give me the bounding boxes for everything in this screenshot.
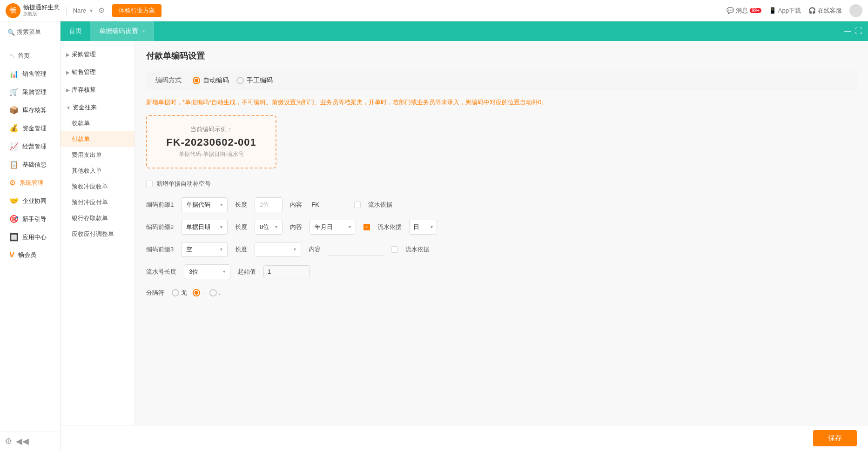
sidebar-collapse-icon[interactable]: ◀◀ <box>16 436 29 446</box>
sidebar-item-member[interactable]: V 畅会员 <box>2 246 58 264</box>
length3-input[interactable]: ▾ <box>255 242 301 257</box>
content1-input[interactable] <box>310 198 347 211</box>
sub-item-ar-ap-adj[interactable]: 应收应付调整单 <box>61 226 135 242</box>
sidebar-item-member-label: 畅会员 <box>18 251 36 259</box>
content-area: 首页 单据编码设置 × — ⛶ ▶ 采购管理 <box>61 21 868 451</box>
sep-dot-option[interactable]: . <box>209 289 221 296</box>
service-label: 在线客服 <box>818 7 842 15</box>
content3-input[interactable] <box>328 243 384 256</box>
prefix1-select[interactable]: 单据代码 ▾ <box>181 197 228 212</box>
auto-fill-label: 新增单据自动补空号 <box>156 180 211 188</box>
sub-group-sales-label: 销售管理 <box>72 68 96 76</box>
purchase-icon: 🛒 <box>9 88 19 96</box>
service-button[interactable]: 🎧 在线客服 <box>808 7 842 15</box>
separator-label: 分隔符 <box>146 289 164 297</box>
sub-item-other-income[interactable]: 其他收入单 <box>61 163 135 179</box>
separator-line: | <box>65 6 67 15</box>
tab-home[interactable]: 首页 <box>61 21 91 41</box>
sidebar-item-home[interactable]: ⌂ 首页 <box>2 47 58 65</box>
prefix1-arrow-icon: ▾ <box>220 202 222 207</box>
stream2-day-select[interactable]: 日 ▾ <box>409 220 437 235</box>
company-dropdown-icon[interactable]: ▾ <box>90 7 93 14</box>
prefix3-select[interactable]: 空 ▾ <box>181 242 228 257</box>
user-avatar[interactable] <box>849 4 862 17</box>
sidebar-item-system[interactable]: ⚙ 系统管理 <box>2 174 58 192</box>
sidebar-item-operations[interactable]: 📈 经营管理 <box>2 137 58 155</box>
sep-dash-option[interactable]: - <box>193 289 204 296</box>
search-menu-button[interactable]: 🔍 搜索菜单 <box>4 26 56 38</box>
sub-group-purchase-title[interactable]: ▶ 采购管理 <box>61 47 135 62</box>
sidebar-bottom: ⚙ ◀◀ <box>0 431 60 451</box>
sub-group-inventory-title[interactable]: ▶ 库存核算 <box>61 82 135 98</box>
inner-layout: ▶ 采购管理 ▶ 销售管理 ▶ 库存核算 <box>61 41 868 425</box>
length1-input[interactable]: 2位 <box>255 197 283 212</box>
sidebar-item-inventory[interactable]: 📦 库存核算 <box>2 101 58 119</box>
page-title: 付款单编码设置 <box>146 50 857 61</box>
message-badge: 99+ <box>750 8 761 13</box>
sub-group-capital-label: 资金往来 <box>73 103 97 112</box>
sub-item-expense[interactable]: 费用支出单 <box>61 147 135 163</box>
save-button[interactable]: 保存 <box>813 430 857 446</box>
auto-fill-checkbox[interactable] <box>146 181 153 187</box>
sidebar-item-enterprise[interactable]: 🤝 企业协同 <box>2 192 58 210</box>
sidebar-item-finance[interactable]: 💰 资金管理 <box>2 119 58 137</box>
content2-select[interactable]: 年月日 ▾ <box>310 220 356 235</box>
sidebar-item-purchase[interactable]: 🛒 采购管理 <box>2 83 58 101</box>
sub-item-receipt[interactable]: 收款单 <box>61 115 135 131</box>
content2-arrow-icon: ▾ <box>349 224 351 229</box>
stream2-checkbox[interactable] <box>363 224 370 230</box>
stream1-checkbox[interactable] <box>354 202 361 208</box>
auto-fill-row: 新增单据自动补空号 <box>146 180 857 188</box>
prefix3-label: 编码前缀3 <box>146 245 174 254</box>
settings-icon[interactable]: ⚙ <box>98 6 105 15</box>
message-icon: 💬 <box>727 7 734 14</box>
sep-none-option[interactable]: 无 <box>172 289 187 297</box>
auto-encode-radio[interactable] <box>193 77 200 84</box>
sidebar-item-sales[interactable]: 📊 销售管理 <box>2 65 58 83</box>
form-row-prefix1: 编码前缀1 单据代码 ▾ 长度 2位 内容 流水依据 <box>146 197 857 212</box>
sep-none-radio[interactable] <box>172 289 179 296</box>
trial-button[interactable]: 体验行业方案 <box>112 4 161 17</box>
prefix3-value: 空 <box>186 245 192 254</box>
tab-encoding-settings[interactable]: 单据编码设置 × <box>91 21 154 41</box>
sidebar-item-sales-label: 销售管理 <box>22 70 47 78</box>
tab-close-icon[interactable]: × <box>142 28 145 34</box>
length2-input[interactable]: 8位 ▾ <box>255 220 283 235</box>
operations-icon: 📈 <box>9 142 19 151</box>
basics-icon: 📋 <box>9 160 19 169</box>
tab-encoding-label: 单据编码设置 <box>99 27 138 35</box>
sub-item-prepay-recv[interactable]: 预收冲应收单 <box>61 179 135 195</box>
encoding-method-row: 编码方式 自动编码 手工编码 <box>146 71 857 90</box>
sidebar-item-newbie[interactable]: 🎯 新手引导 <box>2 210 58 228</box>
newbie-icon: 🎯 <box>9 215 19 223</box>
sidebar-settings-icon[interactable]: ⚙ <box>5 436 12 446</box>
length1-value: 2位 <box>260 201 269 209</box>
message-button[interactable]: 💬 消息 99+ <box>727 7 761 15</box>
sidebar-item-basics[interactable]: 📋 基础信息 <box>2 155 58 174</box>
sidebar-search: 🔍 搜索菜单 <box>0 21 60 43</box>
stream2-label: 流水依据 <box>377 223 402 231</box>
sub-group-sales-title[interactable]: ▶ 销售管理 <box>61 64 135 80</box>
tab-maximize-icon[interactable]: ⛶ <box>855 27 862 35</box>
start-value-input[interactable] <box>263 265 310 278</box>
sub-item-payment[interactable]: 付款单 <box>61 131 135 147</box>
sep-dash-radio[interactable] <box>193 289 200 296</box>
sub-item-prepay-pay[interactable]: 预付冲应付单 <box>61 195 135 210</box>
sub-item-receipt-label: 收款单 <box>72 120 90 127</box>
form-row-prefix2: 编码前缀2 单据日期 ▾ 长度 8位 ▾ 内容 年月日 <box>146 220 857 235</box>
manual-encode-radio[interactable] <box>236 77 244 84</box>
serial-length-select[interactable]: 3位 ▾ <box>184 264 230 279</box>
prefix2-select[interactable]: 单据日期 ▾ <box>181 220 228 235</box>
stream3-checkbox[interactable] <box>391 246 398 253</box>
sub-item-bank-deposit[interactable]: 银行存取款单 <box>61 210 135 226</box>
sidebar-item-apps[interactable]: 🔲 应用中心 <box>2 228 58 246</box>
manual-encode-option[interactable]: 手工编码 <box>236 76 273 85</box>
auto-encode-option[interactable]: 自动编码 <box>193 76 229 85</box>
encoding-radio-group: 自动编码 手工编码 <box>193 76 273 85</box>
download-button[interactable]: 📱 App下载 <box>769 7 801 15</box>
sidebar-item-finance-label: 资金管理 <box>22 124 47 133</box>
tab-minimize-icon[interactable]: — <box>844 27 851 35</box>
tab-home-label: 首页 <box>69 27 82 35</box>
sep-dot-radio[interactable] <box>209 289 217 296</box>
sub-group-capital-title[interactable]: ▼ 资金往来 <box>61 100 135 115</box>
